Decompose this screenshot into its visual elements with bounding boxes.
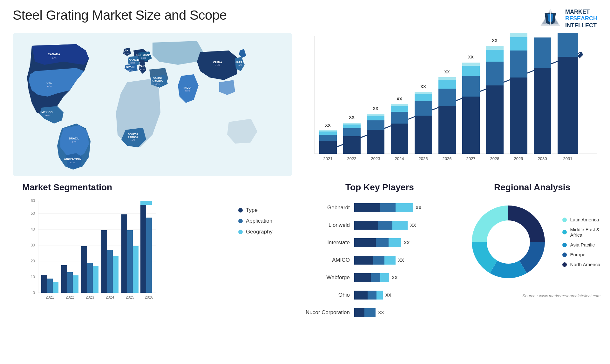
svg-text:FRANCE: FRANCE xyxy=(127,58,139,61)
svg-rect-60 xyxy=(391,112,408,124)
svg-rect-48 xyxy=(343,128,361,136)
svg-text:U.K.: U.K. xyxy=(124,49,129,52)
growth-chart: XX 2021 XX 2022 XX 2023 XX 2024 xyxy=(299,33,604,176)
type-dot xyxy=(238,208,243,212)
page-title: Steel Grating Market Size and Scope xyxy=(13,8,227,23)
svg-rect-56 xyxy=(367,114,384,116)
svg-text:2024: 2024 xyxy=(395,156,404,161)
player-lionweld: Lionweld xyxy=(302,216,354,234)
player-webforge: Webforge xyxy=(302,269,354,286)
segmentation-chart: 0 10 20 30 40 50 60 xyxy=(22,198,162,312)
svg-text:20: 20 xyxy=(31,259,35,263)
svg-rect-129 xyxy=(101,230,107,293)
svg-text:2026: 2026 xyxy=(145,295,153,300)
regional-title: Regional Analysis xyxy=(464,182,600,192)
application-label: Application xyxy=(246,218,272,224)
svg-text:xx%: xx% xyxy=(140,68,145,71)
svg-rect-135 xyxy=(133,246,139,293)
player-bars: XX XX xyxy=(354,199,458,321)
regional-content: Latin America Middle East &Africa Asia P… xyxy=(464,198,600,286)
svg-text:2025: 2025 xyxy=(419,156,428,161)
svg-rect-127 xyxy=(93,266,98,293)
svg-text:xx%: xx% xyxy=(215,64,220,67)
svg-rect-138 xyxy=(146,218,152,293)
logo: MARKETRESEARCHINTELLECT xyxy=(539,8,597,30)
logo-icon xyxy=(539,8,561,30)
geography-label: Geography xyxy=(246,229,273,235)
segmentation-section: Market Segmentation 0 10 20 30 40 50 60 xyxy=(10,179,295,360)
svg-rect-86 xyxy=(486,46,504,50)
svg-text:XX: XX xyxy=(325,123,331,128)
svg-text:10: 10 xyxy=(31,275,35,279)
svg-text:BRAZIL: BRAZIL xyxy=(69,137,79,140)
svg-text:0: 0 xyxy=(33,291,35,295)
svg-text:INDIA: INDIA xyxy=(184,86,192,89)
svg-rect-130 xyxy=(107,250,113,293)
svg-rect-73 xyxy=(438,80,456,89)
latin-america-dot xyxy=(562,218,567,222)
svg-rect-44 xyxy=(319,130,337,131)
svg-rect-137 xyxy=(140,205,146,293)
svg-rect-139 xyxy=(140,201,152,205)
svg-text:XX: XX xyxy=(468,55,474,59)
player-amico: AMICO xyxy=(302,251,354,269)
player-nucor: Nucor Corporation xyxy=(302,304,354,321)
svg-rect-126 xyxy=(87,263,93,293)
svg-rect-96 xyxy=(534,37,551,68)
legend-north-america: North America xyxy=(562,262,600,267)
svg-rect-100 xyxy=(558,33,578,57)
svg-text:2029: 2029 xyxy=(514,156,523,161)
asia-pacific-label: Asia Pacific xyxy=(570,242,595,247)
svg-text:2028: 2028 xyxy=(490,156,499,161)
svg-text:ARGENTINA: ARGENTINA xyxy=(64,158,81,161)
svg-rect-133 xyxy=(121,214,127,293)
svg-text:2027: 2027 xyxy=(466,156,476,161)
source-text: Source : www.marketresearchintellect.com xyxy=(464,293,600,299)
svg-rect-42 xyxy=(319,135,337,141)
svg-rect-80 xyxy=(462,63,480,66)
svg-text:xx%: xx% xyxy=(70,161,75,164)
svg-text:xx%: xx% xyxy=(130,61,135,64)
player-gebhardt: Gebhardt xyxy=(302,199,354,216)
bar-chart-section: XX 2021 XX 2022 XX 2023 XX 2024 xyxy=(295,33,607,179)
svg-text:XX: XX xyxy=(420,84,426,89)
svg-text:xx%: xx% xyxy=(185,89,190,92)
svg-rect-92 xyxy=(510,33,527,37)
svg-text:XX: XX xyxy=(444,70,450,74)
player-ohio: Ohio xyxy=(302,286,354,304)
svg-rect-125 xyxy=(81,246,87,293)
svg-rect-78 xyxy=(462,76,480,97)
svg-rect-79 xyxy=(462,66,480,76)
application-dot xyxy=(238,219,243,223)
svg-rect-43 xyxy=(319,131,337,135)
svg-text:GERMANY: GERMANY xyxy=(136,53,151,57)
latin-america-label: Latin America xyxy=(570,217,599,222)
svg-text:xx%: xx% xyxy=(71,140,76,143)
north-america-label: North America xyxy=(570,262,600,267)
svg-rect-85 xyxy=(486,50,504,62)
svg-text:2023: 2023 xyxy=(371,156,380,161)
svg-text:xx%: xx% xyxy=(47,85,51,88)
svg-rect-66 xyxy=(415,101,432,116)
svg-text:ITALY: ITALY xyxy=(139,65,146,68)
svg-text:2024: 2024 xyxy=(106,295,114,300)
svg-text:XX: XX xyxy=(492,38,498,43)
svg-rect-53 xyxy=(367,130,384,154)
svg-rect-50 xyxy=(343,123,361,125)
header: Steel Grating Market Size and Scope MARK… xyxy=(0,0,610,33)
svg-text:xx%: xx% xyxy=(51,57,56,59)
svg-rect-83 xyxy=(486,85,504,154)
svg-point-141 xyxy=(487,220,530,264)
svg-rect-84 xyxy=(486,62,504,85)
map-section: CANADA xx% U.S. xx% MEXICO xx% BRAZIL xx… xyxy=(10,33,295,179)
svg-text:2021: 2021 xyxy=(46,295,54,300)
svg-text:2022: 2022 xyxy=(347,156,356,161)
segmentation-title: Market Segmentation xyxy=(22,182,289,192)
svg-text:2030: 2030 xyxy=(538,156,547,161)
legend-asia-pacific: Asia Pacific xyxy=(562,242,600,247)
world-map: CANADA xx% U.S. xx% MEXICO xx% BRAZIL xx… xyxy=(13,33,292,176)
middle-east-label: Middle East &Africa xyxy=(570,227,600,238)
north-america-dot xyxy=(562,262,567,267)
svg-text:xx%: xx% xyxy=(124,52,129,55)
legend-type: Type xyxy=(238,207,289,213)
